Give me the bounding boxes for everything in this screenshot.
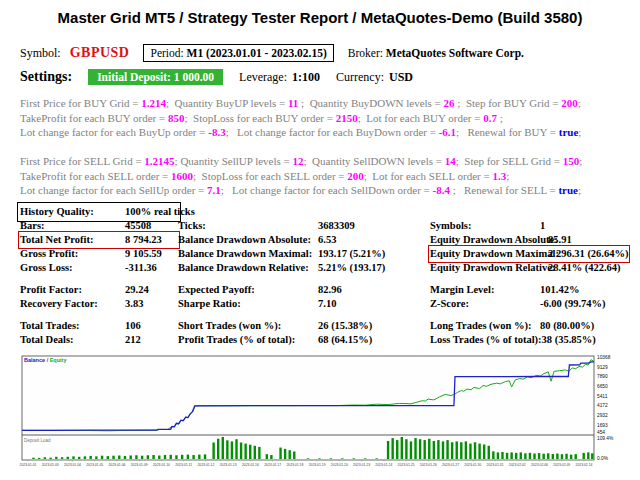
svg-text:2023.01.11: 2023.01.11 bbox=[175, 463, 192, 467]
stat-value: 6.53 bbox=[318, 233, 430, 247]
svg-text:2023.01.24: 2023.01.24 bbox=[375, 463, 392, 467]
sell-grid-settings-paragraph: First Price for SELL Grid = 1.2145; Quan… bbox=[20, 154, 626, 198]
stat-label: Recovery Factor: bbox=[20, 297, 125, 311]
stat-label: Loss Trades (% of total): bbox=[430, 333, 542, 347]
parameter-text: ; Renewal for BUY = bbox=[456, 126, 559, 138]
svg-text:2023.01.19: 2023.01.19 bbox=[309, 463, 326, 467]
initial-deposit-badge: Initial Deposit: 1 000.00 bbox=[88, 69, 223, 85]
report-title: Master Grid MT5 / Strategy Tester Report… bbox=[0, 9, 640, 26]
svg-text:7890: 7890 bbox=[597, 374, 608, 379]
stat-label: Gross Loss: bbox=[20, 261, 125, 275]
stat-value: 212 bbox=[125, 333, 178, 347]
svg-text:2023.01.10: 2023.01.10 bbox=[153, 463, 170, 467]
parameter-text: First Price for SELL Grid = bbox=[20, 155, 144, 167]
stat-pair: Balance Drawdown Maximal:193.17 (5.21%) bbox=[178, 247, 430, 261]
date-axis-labels: 2023.01.012023.01.032023.01.042023.01.05… bbox=[20, 460, 593, 467]
stat-value: 80 (80.00%) bbox=[540, 319, 620, 333]
stat-pair: Margin Level:101.42% bbox=[430, 283, 628, 297]
stat-value: 45508 bbox=[125, 219, 178, 233]
stat-pair: Balance Drawdown Absolute:6.53 bbox=[178, 233, 430, 247]
parameter-text: ; Lot for each SELL order = bbox=[364, 170, 493, 182]
parameter-value: 14 bbox=[445, 155, 456, 167]
stat-value: 26 (15.38%) bbox=[318, 319, 430, 333]
stat-pair: Bars:45508 bbox=[20, 219, 178, 233]
svg-text:4172: 4172 bbox=[597, 403, 608, 408]
stat-pair: Total Deals:212 bbox=[20, 333, 178, 347]
parameter-value: 1.3 bbox=[492, 170, 506, 182]
parameter-text: Lot change factor for each BuyUp order = bbox=[20, 126, 208, 138]
stat-label: Total Net Profit: bbox=[20, 233, 125, 247]
parameter-text: ; Step for SELL Grid = bbox=[456, 155, 563, 167]
period-value: M1 (2023.01.01 - 2023.02.15) bbox=[187, 47, 327, 59]
broker: Broker: MetaQuotes Software Corp. bbox=[348, 47, 524, 59]
stat-pair: Equity Drawdown Relative:28.41% (422.64) bbox=[430, 261, 628, 275]
parameter-text: ; Renewal for SELL = bbox=[450, 184, 558, 196]
parameter-text: ; Quantity SellUP levels = bbox=[175, 155, 293, 167]
leverage-label: Leverage: bbox=[239, 70, 287, 84]
stat-label: Long Trades (won %): bbox=[430, 319, 540, 333]
deposit-load-label: Deposit Load bbox=[24, 438, 51, 443]
stat-pair: Sharpe Ratio:7.10 bbox=[178, 297, 430, 311]
parameter-text: ; Step for BUY Grid = bbox=[455, 97, 562, 109]
parameter-text: ; bbox=[506, 170, 509, 182]
stats-row: Bars:45508Ticks:3683309Symbols:1 bbox=[20, 219, 632, 233]
svg-text:2023.01.04: 2023.01.04 bbox=[64, 463, 81, 467]
stat-pair: Profit Trades (% of total):68 (64.15%) bbox=[178, 333, 430, 347]
svg-text:2023.02.02: 2023.02.02 bbox=[509, 463, 526, 467]
svg-text:2023.01.05: 2023.01.05 bbox=[86, 463, 103, 467]
parameter-text: ; bbox=[579, 155, 582, 167]
stat-pair: Expected Payoff:82.96 bbox=[178, 283, 430, 297]
parameter-value: 1.2145 bbox=[144, 155, 174, 167]
stat-value: 9 105.59 bbox=[125, 247, 178, 261]
stats-row: Total Deals:212Profit Trades (% of total… bbox=[20, 333, 632, 347]
svg-text:2023.01.06: 2023.01.06 bbox=[108, 463, 125, 467]
parameter-text: ; Lot change factor for each SellDown or… bbox=[221, 184, 433, 196]
stat-pair: History Quality:100% real ticks bbox=[20, 205, 178, 219]
balance-axis-labels: 103689129789066505411417229321693454109.… bbox=[597, 355, 614, 461]
stat-label: Margin Level: bbox=[430, 283, 540, 297]
stat-value: 100% real ticks bbox=[125, 205, 178, 219]
stat-pair: Gross Loss:-311.36 bbox=[20, 261, 178, 275]
statistics-table: History Quality:100% real ticksBars:4550… bbox=[20, 205, 632, 347]
stat-value: 1 bbox=[540, 219, 620, 233]
parameter-text: TakeProfit for each BUY order = bbox=[20, 112, 168, 124]
symbol-label: Symbol: bbox=[20, 46, 61, 61]
svg-text:2023.01.20: 2023.01.20 bbox=[331, 463, 348, 467]
stat-label: Equity Drawdown Maximal: bbox=[430, 247, 548, 261]
stat-pair: Short Trades (won %):26 (15.38%) bbox=[178, 319, 430, 333]
svg-text:2023.01.17: 2023.01.17 bbox=[264, 463, 281, 467]
stat-label: Gross Profit: bbox=[20, 247, 125, 261]
parameter-text: Lot change factor for each SellUp order … bbox=[20, 184, 207, 196]
settings-line: Lot change factor for each SellUp order … bbox=[20, 183, 626, 198]
stat-value: 68 (64.15%) bbox=[318, 333, 430, 347]
broker-label: Broker: bbox=[348, 47, 383, 59]
stat-pair: Loss Trades (% of total):38 (35.85%) bbox=[430, 333, 628, 347]
currency-value: USD bbox=[389, 70, 413, 84]
stat-value: 82.96 bbox=[318, 283, 430, 297]
stat-value: 2 296.31 (26.64%) bbox=[548, 247, 628, 261]
stat-pair: Ticks:3683309 bbox=[178, 219, 430, 233]
stat-value: 101.42% bbox=[540, 283, 620, 297]
stats-row: Gross Profit:9 105.59Balance Drawdown Ma… bbox=[20, 247, 632, 261]
svg-text:2023.02.09: 2023.02.09 bbox=[553, 463, 570, 467]
svg-text:10368: 10368 bbox=[597, 355, 611, 360]
leverage: Leverage:1:100 bbox=[239, 70, 320, 85]
parameter-text: ; StopLoss for each BUY order = bbox=[184, 112, 335, 124]
parameter-text: ; bbox=[578, 97, 581, 109]
stat-label: Balance Drawdown Absolute: bbox=[178, 233, 318, 247]
symbol-value: GBPUSD bbox=[70, 45, 130, 61]
parameter-value: 2150 bbox=[336, 112, 358, 124]
parameter-text: ; Lot change factor for each BuyDown ord… bbox=[226, 126, 439, 138]
symbol-period-broker-row: Symbol: GBPUSD Period: M1 (2023.01.01 - … bbox=[20, 44, 524, 62]
stat-value: -311.36 bbox=[125, 261, 178, 275]
stat-value: 193.17 (5.21%) bbox=[318, 247, 430, 261]
stats-row: History Quality:100% real ticks bbox=[20, 205, 632, 219]
stat-pair: Equity Drawdown Absolute:85.91 bbox=[430, 233, 628, 247]
settings-line: First Price for BUY Grid = 1.214; Quanti… bbox=[20, 96, 626, 111]
svg-text:2023.01.13: 2023.01.13 bbox=[220, 463, 237, 467]
svg-text:0.0%: 0.0% bbox=[597, 456, 609, 461]
parameter-value: -8.4 bbox=[433, 184, 450, 196]
svg-text:2023.01.25: 2023.01.25 bbox=[398, 463, 415, 467]
parameter-text: ; bbox=[497, 112, 503, 124]
stat-label: Profit Trades (% of total): bbox=[178, 333, 318, 347]
